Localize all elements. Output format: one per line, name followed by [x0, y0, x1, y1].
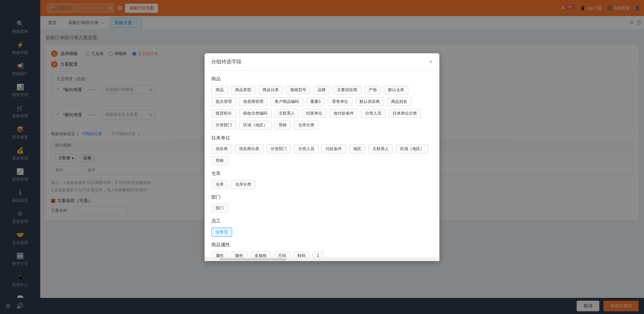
- tag-default-supplier[interactable]: 默认供应商: [355, 97, 384, 106]
- section-goods-title: 商品: [211, 76, 433, 82]
- tag-main-supplier[interactable]: 主要供应商: [333, 85, 362, 95]
- modal-dialog: 分组待选字段 × 商品 商品 商品类型 商品分类 规格型号 品牌 主要供应商 产…: [205, 53, 439, 261]
- modal-close-button[interactable]: ×: [429, 59, 433, 65]
- tag-salesperson[interactable]: 业务员: [211, 228, 232, 237]
- section-goods-tags: 商品 商品类型 商品分类 规格型号 品牌 主要供应商 产地 默认仓库 批次管理 …: [211, 85, 433, 130]
- tag-spec-model[interactable]: 规格型号: [286, 85, 311, 95]
- tag-batch-mgmt[interactable]: 批次管理: [211, 97, 236, 106]
- tag-main-contact2[interactable]: 主联系人: [368, 144, 393, 153]
- tag-warehouse-cat2[interactable]: 仓库分类: [231, 180, 256, 189]
- section-warehouse-tags: 仓库 仓库分类: [211, 180, 433, 189]
- tag-short-name2[interactable]: 简称: [211, 156, 228, 165]
- tag-retail-unit[interactable]: 零售单位: [328, 97, 353, 106]
- section-dept-tags: 部门: [211, 204, 433, 213]
- section-goods-attrs-title: 商品属性: [211, 242, 433, 248]
- tag-mgmt-person[interactable]: 分管人员: [294, 144, 319, 153]
- section-employee-title: 员工: [211, 218, 433, 224]
- h-scroll-thumb[interactable]: [219, 258, 286, 260]
- modal-horizontal-scrollbar[interactable]: [205, 257, 439, 261]
- tag-warehouse-cat[interactable]: 仓库分类: [294, 121, 319, 130]
- tag-settlement-unit[interactable]: 结算单位: [302, 109, 327, 118]
- tag-goods[interactable]: 商品: [211, 85, 228, 95]
- tag-warehouse[interactable]: 仓库: [211, 180, 228, 189]
- tag-goods-alias[interactable]: 商品别名: [387, 97, 412, 106]
- tag-department[interactable]: 部门: [211, 204, 228, 213]
- modal-title: 分组待选字段: [211, 59, 241, 65]
- section-goods-attrs-tags: 属性 颜色 多规格 尺码 鞋码 1: [211, 251, 433, 257]
- tag-payment-cond[interactable]: 付款条件: [321, 144, 346, 153]
- tag-size[interactable]: 尺码: [274, 251, 290, 257]
- tag-region2[interactable]: 区域（地区）: [396, 144, 429, 153]
- tag-color[interactable]: 颜色: [231, 251, 248, 257]
- tag-default-warehouse[interactable]: 默认仓库: [384, 85, 409, 95]
- section-employee-tags: 业务员: [211, 228, 433, 237]
- tag-customer-code[interactable]: 客户商品编码: [270, 97, 303, 106]
- tag-from-unit-cat[interactable]: 往来单位分类: [388, 109, 421, 118]
- tag-expiry-mgmt[interactable]: 保质期管理: [239, 97, 268, 106]
- section-dept-title: 部门: [211, 194, 433, 200]
- tag-goods-type[interactable]: 商品类型: [231, 85, 256, 95]
- tag-payment-terms[interactable]: 收付款条件: [329, 109, 358, 118]
- tag-mgmt-dept[interactable]: 分管部门: [211, 121, 236, 130]
- section-counterparty-tags: 供应商 供应商分类 分管部门 分管人员 付款条件 地区 主联系人 区域（地区） …: [211, 144, 433, 165]
- tag-pickup-points[interactable]: 拣货积分: [211, 109, 236, 118]
- modal-body: 商品 商品 商品类型 商品分类 规格型号 品牌 主要供应商 产地 默认仓库 批次…: [205, 71, 439, 257]
- tag-brand[interactable]: 品牌: [313, 85, 330, 95]
- tag-dept[interactable]: 分管部门: [266, 144, 291, 153]
- tag-area[interactable]: 地区: [349, 144, 366, 153]
- tag-tax-code[interactable]: 税收分类编码: [239, 109, 272, 118]
- tag-attr[interactable]: 属性: [211, 251, 228, 257]
- modal-header: 分组待选字段 ×: [205, 53, 439, 71]
- tag-supplier-cat[interactable]: 供应商分类: [235, 144, 264, 153]
- tag-multi-spec[interactable]: 多规格: [250, 251, 271, 257]
- tag-shoe-code[interactable]: 鞋码: [293, 251, 310, 257]
- tag-origin[interactable]: 产地: [364, 85, 381, 95]
- tag-weight3[interactable]: 重量3: [306, 97, 325, 106]
- tag-num1[interactable]: 1: [313, 251, 324, 257]
- tag-main-contact[interactable]: 主联系人: [274, 109, 299, 118]
- tag-goods-category[interactable]: 商品分类: [258, 85, 283, 95]
- section-counterparty-title: 往来单位: [211, 135, 433, 141]
- section-warehouse-title: 仓库: [211, 171, 433, 177]
- tag-manager[interactable]: 分管人员: [361, 109, 386, 118]
- tag-short-name[interactable]: 简称: [274, 121, 291, 130]
- tag-region[interactable]: 区域（地区）: [239, 121, 272, 130]
- tag-supplier[interactable]: 供应商: [211, 144, 232, 153]
- modal-overlay[interactable]: 分组待选字段 × 商品 商品 商品类型 商品分类 规格型号 品牌 主要供应商 产…: [0, 0, 644, 314]
